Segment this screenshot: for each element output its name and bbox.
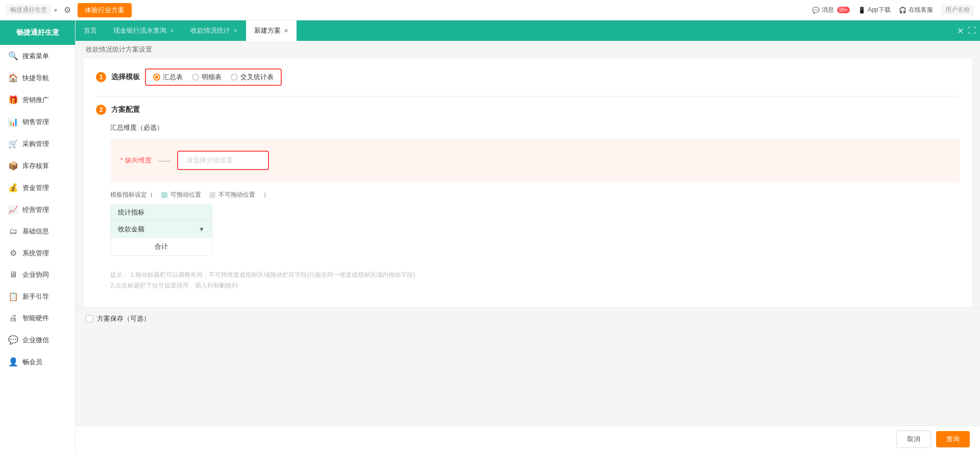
member-icon: 👤	[8, 357, 18, 367]
trial-button[interactable]: 体验行业方案	[78, 3, 132, 17]
step1-badge: 1	[96, 72, 106, 82]
tab-bank-close[interactable]: ✕	[169, 28, 174, 34]
tab-bank[interactable]: 现金银行流水查询 ✕	[105, 20, 182, 41]
sidebar-item-marketing[interactable]: 🎁 营销推广	[0, 89, 75, 111]
dimension-placeholder: 请选择分组维度	[186, 156, 233, 164]
indicator-table-header-label: 统计指标	[118, 208, 144, 216]
support-icon: 🎧	[899, 7, 906, 14]
radio-summary[interactable]: 汇总表	[153, 73, 183, 82]
tab-maximize-button[interactable]: ⛶	[968, 26, 976, 35]
indicator-section: 模板指标设定（ 可拖动位置 不可拖动位置 ）	[110, 191, 960, 257]
sidebar-item-label: 搜索菜单	[22, 52, 49, 61]
radio-detail[interactable]: 明细表	[192, 73, 222, 82]
dimension-title: 汇总维度（必选）	[110, 123, 960, 132]
tab-new-plan[interactable]: 新建方案 ✕	[246, 20, 297, 41]
search-icon: 🔍	[8, 51, 18, 61]
dimension-input[interactable]: 请选择分组维度	[177, 151, 269, 170]
sidebar-item-label: 采购管理	[22, 139, 49, 149]
indicator-table-header: 统计指标	[111, 205, 212, 221]
dimension-row-vertical: * 纵向维度 —— 请选择分组维度	[120, 151, 949, 170]
sidebar-item-label: 销售管理	[22, 117, 49, 127]
sidebar-item-operations[interactable]: 📈 经营管理	[0, 199, 75, 221]
sidebar-item-inventory[interactable]: 📦 库存核算	[0, 155, 75, 177]
tab-bar: 首页 现金银行流水查询 ✕ 收款情况统计 ✕ 新建方案 ✕ ✕ ⛶	[76, 20, 980, 41]
sidebar-item-nav[interactable]: 🏠 快捷导航	[0, 67, 75, 89]
notification-action[interactable]: 💬 消息 99+	[812, 6, 850, 14]
sidebar-item-hardware[interactable]: 🖨 智能硬件	[0, 307, 75, 329]
legend-draggable-label: 可拖动位置	[170, 191, 201, 199]
indicator-title-text: 模板指标设定（	[110, 191, 153, 199]
sidebar-item-label: 智能硬件	[22, 314, 49, 323]
support-action[interactable]: 🎧 在线客服	[899, 6, 933, 14]
box-icon: 📦	[8, 161, 18, 171]
tab-home[interactable]: 首页	[76, 20, 105, 41]
dimension-arrow: ——	[158, 157, 171, 164]
hardware-icon: 🖨	[8, 314, 18, 323]
sidebar-item-label: 资金管理	[22, 183, 49, 193]
collab-icon: 🖥	[8, 270, 18, 279]
indicator-table-cell[interactable]: 收款金额 ▼	[111, 221, 212, 238]
template-select-box: 汇总表 明细表 交叉统计表	[145, 68, 282, 86]
download-icon: 📱	[858, 7, 866, 14]
legend-non-draggable: 不可拖动位置	[209, 191, 255, 199]
radio-detail-label: 明细表	[202, 73, 222, 82]
sidebar-item-finance[interactable]: 💰 资金管理	[0, 177, 75, 199]
top-header: 畅捷通好生意 ▾ ⚙ 体验行业方案 💬 消息 99+ 📱 App下载 🎧 在线客…	[0, 0, 980, 20]
radio-summary-label: 汇总表	[163, 73, 183, 82]
notification-label: 消息	[822, 6, 834, 14]
config-body: 汇总维度（必选） * 纵向维度 —— 请选择分组维度	[110, 123, 960, 297]
chevron-down-icon: ▾	[54, 7, 57, 14]
sidebar-item-purchase[interactable]: 🛒 采购管理	[0, 133, 75, 155]
sidebar-logo: 畅捷通好生意	[0, 20, 75, 45]
sidebar-item-system[interactable]: ⚙ 系统管理	[0, 242, 75, 264]
sidebar-item-member[interactable]: 👤 畅会员	[0, 351, 75, 373]
radio-cross[interactable]: 交叉统计表	[231, 73, 274, 82]
header-right: 💬 消息 99+ 📱 App下载 🎧 在线客服 用户名称	[812, 5, 974, 15]
system-icon: ⚙	[8, 248, 18, 258]
legend-non-draggable-label: 不可拖动位置	[218, 191, 255, 199]
sidebar-item-collab[interactable]: 🖥 企业协同	[0, 264, 75, 286]
indicator-table: 统计指标 收款金额 ▼ 合计	[110, 204, 212, 256]
indicator-footer-label: 合计	[155, 243, 168, 250]
tab-close-window-button[interactable]: ✕	[957, 26, 964, 36]
guide-icon: 📋	[8, 292, 18, 301]
sidebar-item-sales[interactable]: 📊 销售管理	[0, 111, 75, 133]
settings-button[interactable]: ⚙	[60, 3, 75, 17]
step2-header: 2 方案配置	[96, 105, 960, 115]
sidebar-item-guide[interactable]: 📋 新手引导	[0, 286, 75, 307]
content-area: 首页 现金银行流水查询 ✕ 收款情况统计 ✕ 新建方案 ✕ ✕ ⛶	[76, 20, 980, 452]
sidebar-item-label: 经营管理	[22, 205, 49, 215]
indicator-header: 模板指标设定（ 可拖动位置 不可拖动位置 ）	[110, 191, 960, 199]
indicator-table-footer: 合计	[111, 238, 212, 255]
cell-dropdown-icon[interactable]: ▼	[199, 226, 205, 233]
sidebar-item-search[interactable]: 🔍 搜索菜单	[0, 45, 75, 67]
gift-icon: 🎁	[8, 95, 18, 105]
step1-section: 1 选择模板 汇总表 明细表 交	[96, 68, 960, 86]
home-icon: 🏠	[8, 73, 18, 83]
cart-icon: 🛒	[8, 139, 18, 149]
support-label: 在线客服	[909, 6, 933, 14]
download-action[interactable]: 📱 App下载	[858, 6, 891, 14]
sidebar-item-label: 新手引导	[22, 292, 49, 301]
tab-receipt-close[interactable]: ✕	[233, 28, 238, 34]
tip-line-1: 提示： 1.拖动标题栏可以调整布局，不可跨维度或指标区域拖动栏目字段(只能在同一…	[110, 271, 960, 279]
tab-new-plan-close[interactable]: ✕	[284, 28, 288, 34]
sidebar: 畅捷通好生意 🔍 搜索菜单 🏠 快捷导航 🎁 营销推广 📊 销售管理 🛒 采购管…	[0, 20, 76, 452]
radio-summary-circle[interactable]	[153, 74, 160, 81]
query-button[interactable]: 查询	[936, 431, 970, 447]
sidebar-item-wechat[interactable]: 💬 企业微信	[0, 329, 75, 351]
radio-detail-circle[interactable]	[192, 74, 199, 81]
info-icon: 🗂	[8, 227, 18, 236]
download-label: App下载	[868, 6, 891, 14]
cancel-button[interactable]: 取消	[896, 431, 931, 448]
money-icon: 💰	[8, 183, 18, 193]
save-checkbox[interactable]	[86, 315, 93, 322]
tab-bar-actions: ✕ ⛶	[957, 26, 980, 36]
sidebar-item-label: 基础信息	[22, 227, 49, 236]
ops-icon: 📈	[8, 205, 18, 215]
sidebar-item-basic[interactable]: 🗂 基础信息	[0, 221, 75, 242]
sidebar-item-label: 系统管理	[22, 249, 49, 258]
tab-receipt[interactable]: 收款情况统计 ✕	[182, 20, 246, 41]
sidebar-item-label: 营销推广	[22, 96, 49, 105]
radio-cross-circle[interactable]	[231, 74, 238, 81]
